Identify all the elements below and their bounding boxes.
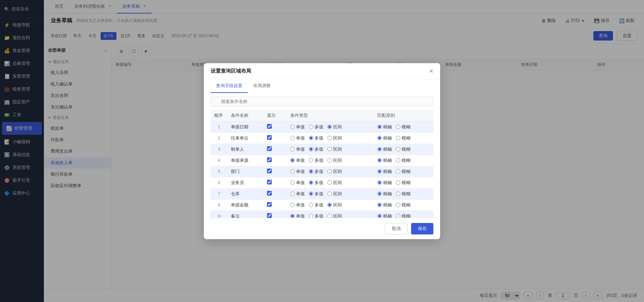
type-option-多值[interactable]: 多值 [309,213,323,218]
match-option-精确[interactable]: 精确 [377,202,392,208]
row-type[interactable]: 单值多值区间 [287,177,374,188]
type-option-区间[interactable]: 区间 [327,213,342,218]
row-match[interactable]: 精确模糊 [374,188,433,199]
match-option-模糊[interactable]: 模糊 [396,135,410,141]
row-display[interactable] [264,132,287,144]
search-input[interactable] [211,97,433,106]
dialog-search: 🔍 [204,93,440,110]
type-option-多值[interactable]: 多值 [309,157,323,163]
dialog-tab-查询字段设置[interactable]: 查询字段设置 [211,79,248,93]
row-type[interactable]: 单值多值区间 [287,155,374,166]
display-checkbox[interactable] [267,124,272,129]
row-order: 7 [211,188,227,199]
row-type[interactable]: 单值多值区间 [287,188,374,199]
display-checkbox[interactable] [267,180,272,184]
dialog-footer: 取消 保存 [204,218,440,239]
settings-table: 顺序条件名称显示条件类型匹配原则 1单据日期单值多值区间精确模糊2往来单位单值多… [211,110,433,218]
row-display[interactable] [264,177,287,188]
row-match[interactable]: 精确模糊 [374,132,433,144]
cancel-button[interactable]: 取消 [385,223,408,234]
display-checkbox[interactable] [267,135,272,140]
row-match[interactable]: 精确模糊 [374,155,433,166]
type-option-多值[interactable]: 多值 [309,180,323,186]
match-option-模糊[interactable]: 模糊 [396,180,410,186]
type-option-区间[interactable]: 区间 [327,180,342,186]
row-display[interactable] [264,199,287,210]
type-option-多值[interactable]: 多值 [309,146,323,152]
row-match[interactable]: 精确模糊 [374,199,433,210]
row-type[interactable]: 单值多值区间 [287,132,374,144]
row-match[interactable]: 精确模糊 [374,177,433,188]
match-option-模糊[interactable]: 模糊 [396,202,410,208]
settings-col-条件类型: 条件类型 [287,110,374,122]
display-checkbox[interactable] [267,202,272,207]
row-match[interactable]: 精确模糊 [374,121,433,132]
display-checkbox[interactable] [267,146,272,151]
row-type[interactable]: 单值多值区间 [287,144,374,155]
row-display[interactable] [264,210,287,218]
type-option-单值[interactable]: 单值 [290,135,305,141]
match-option-模糊[interactable]: 模糊 [396,146,410,152]
type-option-区间[interactable]: 区间 [327,202,342,208]
type-option-多值[interactable]: 多值 [309,191,323,197]
display-checkbox[interactable] [267,169,272,173]
match-option-精确[interactable]: 精确 [377,213,392,218]
type-option-区间[interactable]: 区间 [327,135,342,141]
type-option-区间[interactable]: 区间 [327,157,342,163]
display-checkbox[interactable] [267,213,272,218]
type-option-单值[interactable]: 单值 [290,191,305,197]
type-option-单值[interactable]: 单值 [290,124,305,130]
type-option-单值[interactable]: 单值 [290,180,305,186]
type-option-区间[interactable]: 区间 [327,191,342,197]
display-checkbox[interactable] [267,157,272,162]
settings-col-显示: 显示 [264,110,287,122]
match-option-模糊[interactable]: 模糊 [396,157,410,163]
match-option-模糊[interactable]: 模糊 [396,213,410,218]
match-option-模糊[interactable]: 模糊 [396,191,410,197]
search-wrapper: 🔍 [211,97,433,106]
dialog-close-button[interactable]: ✕ [429,68,433,74]
row-type[interactable]: 单值多值区间 [287,166,374,177]
row-display[interactable] [264,155,287,166]
type-option-单值[interactable]: 单值 [290,202,305,208]
settings-col-顺序: 顺序 [211,110,227,122]
type-option-单值[interactable]: 单值 [290,169,305,175]
type-option-单值[interactable]: 单值 [290,157,305,163]
row-match[interactable]: 精确模糊 [374,144,433,155]
type-option-多值[interactable]: 多值 [309,124,323,130]
row-type[interactable]: 单值多值区间 [287,199,374,210]
type-option-区间[interactable]: 区间 [327,146,342,152]
settings-col-匹配原则: 匹配原则 [374,110,433,122]
type-option-单值[interactable]: 单值 [290,146,305,152]
type-option-多值[interactable]: 多值 [309,169,323,175]
match-option-精确[interactable]: 精确 [377,157,392,163]
settings-dialog: 设置查询区域布局 ✕ 查询字段设置布局调整 🔍 顺序条件名称显示条件类型匹配原则… [204,63,440,239]
save-button[interactable]: 保存 [411,223,433,234]
dialog-tab-布局调整[interactable]: 布局调整 [248,79,276,93]
row-type[interactable]: 单值多值区间 [287,210,374,218]
match-option-精确[interactable]: 精确 [377,180,392,186]
match-option-精确[interactable]: 精确 [377,124,392,130]
row-display[interactable] [264,144,287,155]
row-display[interactable] [264,188,287,199]
match-option-精确[interactable]: 精确 [377,169,392,175]
match-option-精确[interactable]: 精确 [377,191,392,197]
type-option-区间[interactable]: 区间 [327,169,342,175]
type-option-单值[interactable]: 单值 [290,213,305,218]
match-option-精确[interactable]: 精确 [377,135,392,141]
match-option-模糊[interactable]: 模糊 [396,169,410,175]
match-option-精确[interactable]: 精确 [377,146,392,152]
type-option-多值[interactable]: 多值 [309,202,323,208]
type-option-区间[interactable]: 区间 [327,124,342,130]
type-option-多值[interactable]: 多值 [309,135,323,141]
row-order: 5 [211,166,227,177]
row-type[interactable]: 单值多值区间 [287,121,374,132]
settings-table-row: 9备注单值多值区间精确模糊 [211,210,433,218]
row-name: 仓库 [227,188,264,199]
row-match[interactable]: 精确模糊 [374,210,433,218]
row-match[interactable]: 精确模糊 [374,166,433,177]
row-display[interactable] [264,121,287,132]
display-checkbox[interactable] [267,191,272,196]
match-option-模糊[interactable]: 模糊 [396,124,410,130]
row-display[interactable] [264,166,287,177]
